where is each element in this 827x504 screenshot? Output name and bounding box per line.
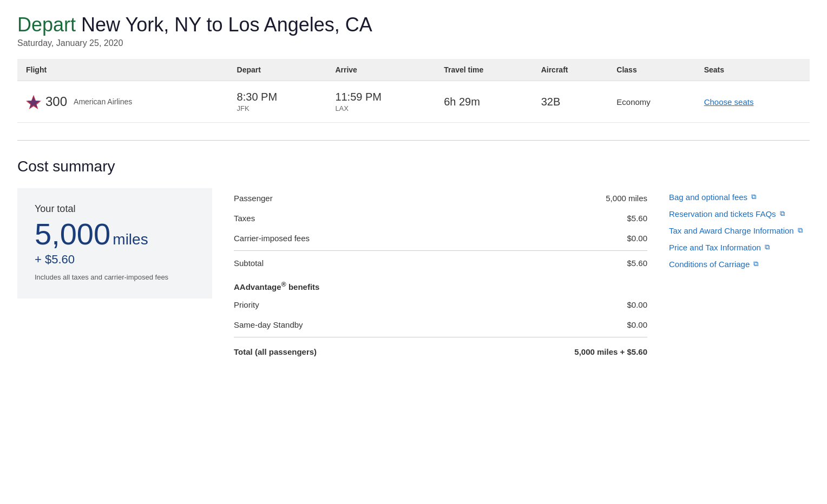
links-panel: Bag and optional fees ⧉ Reservation and …: [669, 188, 810, 359]
carrier-fees-row: Carrier-imposed fees $0.00: [234, 228, 647, 248]
cost-summary-title: Cost summary: [17, 158, 810, 175]
priority-label: Priority: [234, 300, 259, 309]
reservation-faqs-label: Reservation and tickets FAQs: [669, 209, 776, 218]
total-label: Total (all passengers): [234, 347, 317, 356]
depart-word: Depart: [17, 14, 76, 36]
col-depart: Depart: [228, 59, 327, 81]
passenger-row: Passenger 5,000 miles: [234, 188, 647, 208]
price-tax-info-external-icon: ⧉: [765, 243, 770, 251]
aircraft-cell: 32B: [533, 81, 608, 123]
arrive-cell: 11:59 PM LAX: [326, 81, 435, 123]
total-row: Total (all passengers) 5,000 miles + $5.…: [234, 340, 647, 359]
your-total-box: Your total 5,000 miles + $5.60 Includes …: [17, 188, 212, 299]
standby-label: Same-day Standby: [234, 320, 303, 329]
price-tax-info-link[interactable]: Price and Tax Information ⧉: [669, 243, 810, 252]
bag-fees-link[interactable]: Bag and optional fees ⧉: [669, 193, 810, 202]
tax-award-link[interactable]: Tax and Award Charge Information ⧉: [669, 226, 810, 235]
price-tax-info-label: Price and Tax Information: [669, 243, 761, 252]
total-cash: + $5.60: [35, 253, 195, 267]
reservation-faqs-external-icon: ⧉: [780, 209, 785, 218]
depart-time: 8:30 PM: [237, 91, 318, 103]
table-header-row: Flight Depart Arrive Travel time Aircraf…: [17, 59, 810, 81]
priority-row: Priority $0.00: [234, 295, 647, 315]
taxes-value: $5.60: [627, 214, 647, 223]
depart-cell: 8:30 PM JFK: [228, 81, 327, 123]
col-arrive: Arrive: [326, 59, 435, 81]
airline-logo-icon: [26, 94, 41, 109]
col-aircraft: Aircraft: [533, 59, 608, 81]
class-value: Economy: [616, 97, 651, 107]
benefits-title: AAdvantage® benefits: [234, 273, 647, 295]
passenger-value: 5,000 miles: [606, 194, 647, 203]
total-miles-display: 5,000 miles: [35, 219, 195, 249]
priority-value: $0.00: [627, 300, 647, 309]
conditions-of-carriage-label: Conditions of Carriage: [669, 260, 750, 269]
total-note: Includes all taxes and carrier-imposed f…: [35, 273, 195, 281]
section-divider: [17, 140, 810, 141]
depart-airport: JFK: [237, 104, 318, 112]
your-total-label: Your total: [35, 203, 195, 215]
taxes-label: Taxes: [234, 214, 255, 223]
standby-row: Same-day Standby $0.00: [234, 315, 647, 335]
col-class: Class: [608, 59, 695, 81]
bag-fees-label: Bag and optional fees: [669, 193, 747, 202]
subtotal-divider: [234, 250, 647, 251]
conditions-of-carriage-external-icon: ⧉: [753, 260, 758, 268]
taxes-row: Taxes $5.60: [234, 208, 647, 228]
carrier-fees-value: $0.00: [627, 234, 647, 243]
details-and-links: Passenger 5,000 miles Taxes $5.60 Carrie…: [234, 188, 810, 359]
col-flight: Flight: [17, 59, 228, 81]
arrive-time: 11:59 PM: [335, 91, 426, 103]
passenger-label: Passenger: [234, 194, 273, 203]
aircraft-value: 32B: [541, 96, 561, 108]
standby-value: $0.00: [627, 320, 647, 329]
travel-time-cell: 6h 29m: [435, 81, 533, 123]
tax-award-external-icon: ⧉: [798, 226, 803, 235]
flight-cell: 300 American Airlines: [17, 81, 228, 123]
flight-date: Saturday, January 25, 2020: [17, 38, 810, 48]
seats-cell: Choose seats: [695, 81, 810, 123]
total-value: 5,000 miles + $5.60: [574, 347, 647, 356]
airline-name: American Airlines: [74, 97, 132, 106]
flight-table: Flight Depart Arrive Travel time Aircraf…: [17, 59, 810, 123]
subtotal-label: Subtotal: [234, 258, 264, 268]
conditions-of-carriage-link[interactable]: Conditions of Carriage ⧉: [669, 260, 810, 269]
total-miles-word: miles: [113, 231, 148, 248]
reservation-faqs-link[interactable]: Reservation and tickets FAQs ⧉: [669, 209, 810, 218]
col-travel-time: Travel time: [435, 59, 533, 81]
cost-summary-layout: Your total 5,000 miles + $5.60 Includes …: [17, 188, 810, 359]
class-cell: Economy: [608, 81, 695, 123]
tax-award-label: Tax and Award Charge Information: [669, 226, 794, 235]
col-seats: Seats: [695, 59, 810, 81]
table-row: 300 American Airlines 8:30 PM JFK 11:59 …: [17, 81, 810, 123]
total-divider: [234, 337, 647, 337]
choose-seats-link[interactable]: Choose seats: [704, 97, 754, 107]
carrier-fees-label: Carrier-imposed fees: [234, 234, 310, 243]
route-text: New York, NY to Los Angeles, CA: [81, 14, 372, 36]
subtotal-value: $5.60: [627, 258, 647, 268]
travel-time-value: 6h 29m: [444, 96, 480, 108]
total-miles-number: 5,000: [35, 217, 110, 251]
subtotal-row: Subtotal $5.60: [234, 253, 647, 273]
arrive-airport: LAX: [335, 104, 426, 112]
cost-details: Passenger 5,000 miles Taxes $5.60 Carrie…: [234, 188, 647, 359]
bag-fees-external-icon: ⧉: [751, 193, 756, 201]
page-title: Depart New York, NY to Los Angeles, CA: [17, 13, 810, 36]
flight-number: 300: [45, 94, 67, 109]
